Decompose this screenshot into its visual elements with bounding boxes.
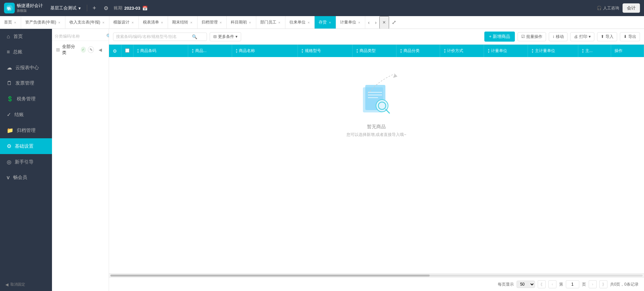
tab-inventory[interactable]: 存货 ×	[315, 16, 336, 29]
prev-page-btn[interactable]: ‹	[548, 280, 556, 288]
calendar-icon[interactable]: 📅	[142, 6, 148, 11]
sidebar-item-cloud[interactable]: ☁ 云报表中心	[0, 60, 52, 76]
customer-service-btn[interactable]: 🎧 人工咨询	[597, 5, 619, 11]
tab-close-icon[interactable]: ×	[358, 20, 361, 25]
sidebar-collapse-btn[interactable]: ◀ 取消固定	[0, 278, 52, 291]
col-spec-header[interactable]: ▲▼ 规格型号	[298, 45, 352, 57]
col-code-header[interactable]: ▲▼ 商品...	[188, 45, 232, 57]
tab-close-icon[interactable]: ×	[13, 20, 17, 25]
col-type-header[interactable]: ▲▼ 商品类型	[352, 45, 396, 57]
export-btn[interactable]: ⬇ 导出	[620, 32, 640, 41]
home-icon: ⌂	[7, 34, 10, 40]
col-status-header[interactable]: ▲▼ 主...	[578, 45, 611, 57]
total-records: 共0页，0条记录	[610, 282, 639, 287]
panel-collapse-btn[interactable]: ◀	[96, 47, 105, 52]
settings-button[interactable]: ⚙	[102, 4, 110, 13]
headset-icon: 🎧	[597, 6, 602, 10]
settings-icon: ⚙	[7, 143, 11, 149]
tab-home[interactable]: 首页 ×	[0, 16, 21, 29]
app-edition: 旗舰版	[17, 8, 43, 13]
category-edit-btn[interactable]: ✎	[88, 46, 94, 53]
sidebar-item-ledger[interactable]: ≡ 总账	[0, 44, 52, 60]
tab-unit[interactable]: 计量单位 ×	[336, 16, 365, 29]
tab-close-icon[interactable]: ×	[57, 20, 61, 25]
tab-template[interactable]: 模版设计 ×	[109, 16, 139, 29]
tab-close-icon[interactable]: ×	[328, 20, 331, 25]
company-selector[interactable]: 基层工会测试 ▾	[48, 4, 84, 12]
add-tab-button[interactable]: +	[91, 3, 98, 13]
sidebar-item-settings[interactable]: ⚙ 基础设置	[0, 138, 52, 154]
close-accounts-icon: ✓	[7, 111, 11, 118]
sidebar-item-archive[interactable]: 📁 归档管理	[0, 123, 52, 138]
sidebar-item-home[interactable]: ⌂ 首页	[0, 29, 52, 44]
filter-btn[interactable]: ⊟ 更多条件 ▾	[210, 32, 241, 41]
sidebar-item-close[interactable]: ✓ 结账	[0, 107, 52, 123]
tab-tax[interactable]: 税表清单 ×	[139, 16, 168, 29]
search-icon[interactable]: 🔍	[192, 34, 197, 39]
all-category-item[interactable]: ⊞ 全部分类 ✓ ✎ ◀	[52, 41, 109, 58]
tab-prev-button[interactable]: ‹	[365, 16, 372, 29]
sidebar-item-vip[interactable]: V 畅会员	[0, 170, 52, 185]
per-page-select[interactable]: 50 100 200	[517, 281, 535, 288]
table-settings-icon[interactable]: ⚙	[113, 48, 117, 54]
import-btn[interactable]: ⬆ 导入	[597, 32, 617, 41]
tab-close-icon[interactable]: ×	[248, 20, 252, 25]
empty-title: 暂无商品	[367, 124, 386, 130]
tab-expand-button[interactable]: ⤢	[389, 16, 399, 29]
tab-income[interactable]: 收入支出表(年报) ×	[65, 16, 109, 29]
col-barcode-header[interactable]: ▲▼ 商品条码	[133, 45, 188, 57]
tab-label: 收入支出表(年报)	[69, 19, 100, 25]
tab-close-icon[interactable]: ×	[307, 20, 310, 25]
tab-balance[interactable]: 资产负债表(中期) ×	[21, 16, 65, 29]
select-all-checkbox[interactable]	[125, 48, 129, 53]
tab-close-icon[interactable]: ×	[131, 20, 134, 25]
tab-close-icon[interactable]: ×	[219, 20, 222, 25]
per-page-label: 每页显示	[498, 282, 514, 287]
move-btn[interactable]: ↕ 移动	[549, 32, 568, 41]
horizontal-scrollbar[interactable]	[109, 273, 644, 277]
col-unit-header[interactable]: ▲▼ 计量单位	[484, 45, 528, 57]
col-check-header[interactable]	[121, 45, 133, 57]
tab-close-icon[interactable]: ×	[160, 20, 164, 25]
next-page-btn[interactable]: ›	[589, 280, 597, 288]
first-page-btn[interactable]: ⟪	[538, 280, 546, 288]
tab-close-icon[interactable]: ×	[102, 20, 105, 25]
tab-next-button[interactable]: ›	[372, 16, 379, 29]
col-main-unit-label: 主计量单位	[535, 48, 555, 54]
import-label: 导入	[605, 34, 613, 40]
col-main-unit-header[interactable]: ▲▼ 主计量单位	[528, 45, 578, 57]
batch-btn[interactable]: ☑ 批量操作	[518, 32, 546, 41]
col-code-label: 商品...	[195, 48, 207, 54]
category-search-input[interactable]	[55, 34, 105, 39]
tab-period-close[interactable]: 期末结转 ×	[168, 16, 197, 29]
last-page-btn[interactable]: ⟫	[599, 280, 607, 288]
product-search-input[interactable]	[116, 34, 190, 39]
tab-department[interactable]: 部门员工 ×	[256, 16, 285, 29]
page-number-input[interactable]	[566, 280, 579, 288]
period-info: 账期 2023-03 📅	[114, 5, 148, 11]
add-product-btn[interactable]: + 新增商品	[484, 32, 515, 42]
print-btn[interactable]: 🖨 打印 ▾	[570, 32, 594, 41]
tab-close-icon[interactable]: ×	[278, 20, 281, 25]
col-setting-header[interactable]: ⚙	[109, 45, 121, 57]
sidebar-item-invoice[interactable]: 🗒 发票管理	[0, 76, 52, 91]
tab-subject[interactable]: 科目期初 ×	[227, 16, 256, 29]
tab-close-all-button[interactable]: ×	[379, 16, 389, 29]
col-category-header[interactable]: ▲▼ 商品分类	[396, 45, 440, 57]
sort-arrows: ▲▼	[301, 48, 304, 54]
sidebar-item-guide[interactable]: ◎ 新手引导	[0, 154, 52, 170]
col-spec-label: 规格型号	[305, 48, 321, 54]
svg-line-10	[386, 109, 389, 113]
sidebar-item-tax[interactable]: 💲 税务管理	[0, 91, 52, 107]
col-price-method-header[interactable]: ▲▼ 计价方式	[440, 45, 484, 57]
scrollbar-thumb[interactable]	[110, 275, 430, 277]
col-name-header[interactable]: ▲▼ 商品名称	[232, 45, 298, 57]
tab-archive[interactable]: 归档管理 ×	[198, 16, 227, 29]
tab-label: 存货	[319, 19, 327, 25]
tab-close-icon[interactable]: ×	[190, 20, 193, 25]
svg-text:畅: 畅	[7, 6, 11, 10]
empty-subtitle: 您可以选择新增,或者直接导入哦~	[346, 132, 406, 138]
collapse-icon: ◀	[5, 282, 8, 287]
tab-contacts[interactable]: 往来单位 ×	[285, 16, 315, 29]
user-badge[interactable]: 会计	[623, 3, 640, 13]
